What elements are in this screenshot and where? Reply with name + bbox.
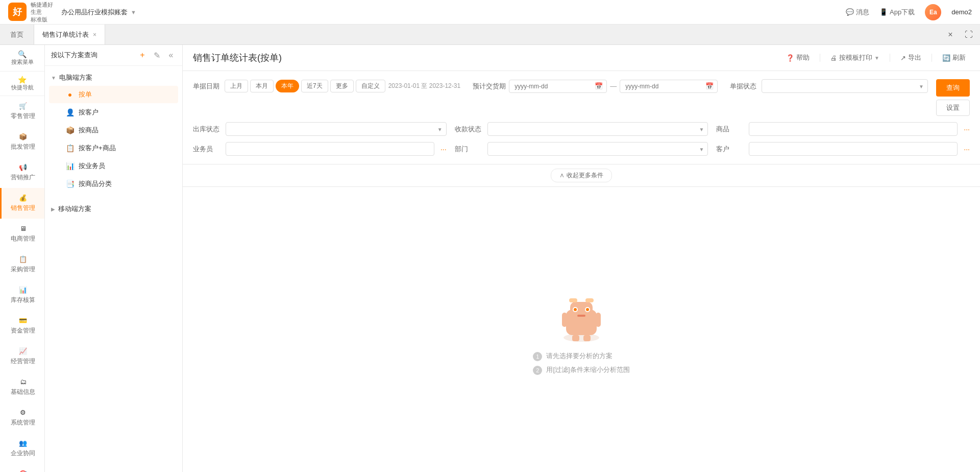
sidebar: 🔍 搜索菜单 ⭐ 快捷导航 🛒 零售管理 📦 批发管理 📢 营销推广 💰 销售管… [0,45,45,472]
by-customer-goods-icon: 📋 [65,144,75,153]
svg-point-5 [574,308,577,311]
scheme-item-by-order[interactable]: ● 按单 [49,86,178,103]
scheme-add-button[interactable]: + [137,50,148,60]
sidebar-item-finance[interactable]: 💳 资金管理 [0,311,44,341]
top-bar: 好 畅捷通好生意 标准版 办公用品行业模拟账套 ▼ 💬 消息 📱 App下载 E… [0,0,980,25]
action-divider-3 [932,54,932,62]
search-menu-button[interactable]: 🔍 搜索菜单 [0,50,44,66]
date-dash: — [610,82,617,90]
sidebar-item-operation[interactable]: 📈 经营管理 [0,341,44,372]
svg-rect-12 [569,298,577,302]
settings-button[interactable]: 设置 [936,100,970,116]
sidebar-item-inventory[interactable]: 📊 库存核算 [0,280,44,311]
date-btn-this-year[interactable]: 本年 [276,80,299,92]
purchase-icon: 📋 [19,255,27,263]
scheme-item-by-customer[interactable]: 👤 按客户 [49,104,178,121]
scheme-item-by-category[interactable]: 📑 按商品分类 [49,175,178,193]
action-divider-2 [890,54,890,62]
export-icon: ↗ [900,54,906,62]
empty-tips: 1 请先选择要分析的方案 2 用[过滤]条件来缩小分析范围 [533,351,629,375]
action-divider-1 [820,54,820,62]
sidebar-item-basic[interactable]: 🗂 基础信息 [0,372,44,403]
help-button[interactable]: ❓ 帮助 [782,51,814,64]
page-title: 销售订单统计表(按单) [193,52,282,64]
scheme-item-by-salesperson[interactable]: 📊 按业务员 [49,157,178,175]
message-icon: 💬 [846,8,854,16]
salesperson-filter: 业务员 ··· [193,142,447,156]
window-close-icon[interactable]: × [943,28,958,42]
salesperson-label: 业务员 [193,145,222,154]
marketing-icon: 📢 [19,163,27,171]
status-select[interactable] [762,79,928,93]
sidebar-item-sales[interactable]: 💰 销售管理 [0,188,44,219]
payment-select[interactable] [487,122,708,136]
refresh-button[interactable]: 🔄 刷新 [938,51,970,64]
expected-date-start-wrapper: 📅 [509,80,607,93]
sidebar-nav-section: ⭐ 快捷导航 [0,72,44,96]
mobile-section-header[interactable]: ▶ 移动端方案 [45,201,182,217]
quick-nav-button[interactable]: ⭐ 快捷导航 [0,76,44,91]
sidebar-item-newbie[interactable]: 🎯 新手引导 [0,464,44,472]
sidebar-item-enterprise[interactable]: 👥 企业协同 [0,433,44,464]
date-btn-custom[interactable]: 自定义 [356,80,385,92]
operation-icon: 📈 [19,347,27,355]
by-salesperson-icon: 📊 [65,161,75,171]
salesperson-input[interactable] [226,142,434,156]
department-select[interactable] [487,142,708,156]
goods-filter: 商品 ··· [716,122,970,136]
department-select-wrapper: ▼ [487,142,708,156]
pc-section-header[interactable]: ▼ 电脑端方案 [45,70,182,85]
svg-rect-7 [577,315,585,317]
message-button[interactable]: 💬 消息 [846,8,869,17]
svg-rect-11 [583,335,591,341]
sidebar-item-purchase[interactable]: 📋 采购管理 [0,249,44,280]
export-button[interactable]: ↗ 导出 [896,51,925,64]
window-max-icon[interactable]: ⛶ [962,28,976,42]
date-btn-more[interactable]: 更多 [330,80,354,92]
calendar-icon-1: 📅 [595,82,603,90]
scheme-item-by-goods[interactable]: 📦 按商品 [49,122,178,139]
expected-date-end-input[interactable] [620,80,718,93]
delivery-select[interactable] [226,122,447,136]
main-content: 销售订单统计表(按单) ❓ 帮助 🖨 按模板打印 ▼ ↗ [183,45,980,472]
customer-dots[interactable]: ··· [964,145,970,153]
status-label: 单据状态 [730,82,758,91]
title-dropdown-arrow[interactable]: ▼ [131,9,136,15]
help-icon: ❓ [786,54,794,62]
date-btn-last-month[interactable]: 上月 [225,80,248,92]
query-button[interactable]: 查询 [936,79,970,97]
finance-icon: 💳 [19,317,27,324]
print-button[interactable]: 🖨 按模板打印 ▼ [826,51,884,64]
ecommerce-icon: 🖥 [20,225,27,232]
goods-dots[interactable]: ··· [964,125,970,133]
collapse-bar: ∧ 收起更多条件 [183,164,980,187]
tab-bar: 首页 销售订单统计表 × × ⛶ [0,25,980,45]
scheme-section-pc: ▼ 电脑端方案 ● 按单 👤 按客户 📦 按商品 📋 按客户+商品 [45,66,182,197]
customer-input[interactable] [749,142,958,156]
date-btn-this-month[interactable]: 本月 [250,80,274,92]
collapse-conditions-button[interactable]: ∧ 收起更多条件 [551,169,611,182]
sidebar-item-marketing[interactable]: 📢 营销推广 [0,157,44,188]
print-dropdown-arrow[interactable]: ▼ [874,55,879,61]
tab-home[interactable]: 首页 [0,25,34,44]
expected-date-label: 预计交货期 [473,82,506,91]
sidebar-item-system[interactable]: ⚙ 系统管理 [0,403,44,433]
department-filter: 部门 ▼ [455,142,708,156]
filter-row-1-left: 单据日期 上月 本月 本年 近7天 更多 自定义 2023-01-01 至 20… [193,79,928,93]
tab-close-button[interactable]: × [93,31,96,38]
app-download-button[interactable]: 📱 App下载 [879,8,915,17]
scheme-section-mobile: ▶ 移动端方案 [45,197,182,221]
salesperson-dots[interactable]: ··· [440,145,447,153]
newbie-icon: 🎯 [19,470,27,472]
sidebar-item-ecommerce[interactable]: 🖥 电商管理 [0,219,44,249]
tab-active: 销售订单统计表 × [34,25,105,44]
sidebar-item-wholesale[interactable]: 📦 批发管理 [0,127,44,157]
scheme-collapse-button[interactable]: « [166,50,176,60]
scheme-item-by-customer-goods[interactable]: 📋 按客户+商品 [49,139,178,157]
system-icon: ⚙ [20,409,26,416]
goods-input[interactable] [749,122,958,136]
sidebar-item-retail[interactable]: 🛒 零售管理 [0,96,44,127]
date-btn-7days[interactable]: 近7天 [301,80,328,92]
expected-date-start-input[interactable] [509,80,607,93]
scheme-edit-button[interactable]: ✎ [152,50,162,60]
